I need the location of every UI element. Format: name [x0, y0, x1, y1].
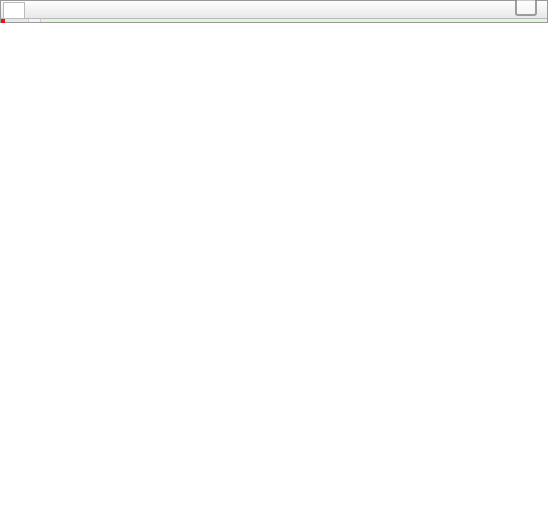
tab-bar: [1, 1, 547, 19]
line-number-gutter: [1, 19, 29, 22]
code-area: [1, 19, 547, 22]
file-tab[interactable]: [3, 2, 25, 18]
code-content[interactable]: [41, 19, 547, 22]
watermark: [515, 0, 541, 16]
fold-column: [29, 19, 41, 22]
code-editor: [0, 0, 548, 23]
watermark-logo: [515, 0, 537, 16]
